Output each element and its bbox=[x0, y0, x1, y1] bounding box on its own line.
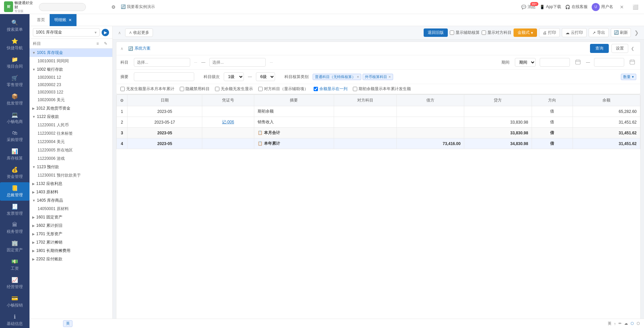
set-button[interactable]: 设置 bbox=[611, 44, 628, 53]
tree-node-1701[interactable]: ▶1701 无形资产 bbox=[30, 230, 112, 238]
tree-node-10020006[interactable]: 10020006 美元 bbox=[30, 96, 112, 104]
check-no-balance2[interactable]: 无余额无发生显示 bbox=[215, 86, 253, 92]
sidebar-item-invoice[interactable]: 🧾 发票管理 bbox=[0, 201, 30, 219]
query-button[interactable]: 查询 bbox=[590, 44, 609, 53]
collapse-icon[interactable]: ❮ bbox=[631, 46, 636, 51]
sidebar-item-tax[interactable]: 🏛 税务管理 bbox=[0, 219, 30, 237]
status-icon-1[interactable]: 英 bbox=[608, 321, 611, 326]
level-from-select[interactable]: 1级 bbox=[224, 72, 244, 81]
checkbox-counterpart[interactable] bbox=[258, 87, 263, 91]
tree-node-10010001[interactable]: 10010001 同同同 bbox=[30, 57, 112, 65]
tree-node-11220001[interactable]: 11220001 人民币 bbox=[30, 121, 112, 129]
tab-home[interactable]: 首页 bbox=[32, 14, 50, 26]
tree-node-1132[interactable]: ▶1132 应收利息 bbox=[30, 180, 112, 188]
tree-node-2202[interactable]: ▶2202 应付账款 bbox=[30, 255, 112, 263]
sidebar-item-project[interactable]: 📁 项目合同 bbox=[0, 54, 30, 72]
status-icon-2[interactable]: ↑ bbox=[614, 322, 616, 326]
checkbox-show-one-col[interactable] bbox=[314, 87, 318, 91]
sidebar-item-wholesale[interactable]: 📦 批发管理 bbox=[0, 90, 30, 109]
tree-node-10020003[interactable]: 10020003 122 bbox=[30, 88, 112, 96]
tag-close-ordinary-button[interactable]: × bbox=[357, 75, 359, 79]
status-icon-4[interactable]: ☁ bbox=[624, 321, 628, 326]
collapse-right-icon[interactable]: ❯ bbox=[633, 29, 640, 36]
sidebar-item-inventory[interactable]: 📊 库存核算 bbox=[0, 145, 30, 164]
filter-more-button[interactable]: ∧ 收起更多 bbox=[125, 28, 153, 37]
print-button[interactable]: 🖨 打印 bbox=[539, 28, 560, 37]
checkbox-show-accum[interactable] bbox=[353, 87, 357, 91]
sidebar-item-ledger[interactable]: 📒 总账管理 bbox=[0, 182, 30, 201]
tree-node-1801[interactable]: ▶1801 长期待摊费用 bbox=[30, 247, 112, 255]
tree-node-1122[interactable]: ▼1122 应收款 bbox=[30, 113, 112, 121]
show-aux-check[interactable]: 显示辅助核算 bbox=[450, 30, 480, 36]
settings-icon[interactable]: ⚙ bbox=[109, 2, 118, 12]
sidebar-item-retail[interactable]: 🛒 零售管理 bbox=[0, 72, 30, 90]
checkbox-no-balance[interactable] bbox=[120, 87, 125, 91]
check-counterpart[interactable]: 对方科目（显示辅助项） bbox=[258, 86, 308, 92]
back-to-old-button[interactable]: 退回旧版 bbox=[424, 28, 448, 37]
check-show-accum[interactable]: 期初余额显示本年累计发生额 bbox=[353, 86, 411, 92]
app-download-button[interactable]: 📱 App下载 bbox=[540, 4, 561, 10]
next-account-button[interactable]: ▶ bbox=[102, 29, 109, 36]
sidebar-item-purchase[interactable]: 🛍 采购管理 bbox=[0, 127, 30, 145]
scheme-select-btn[interactable]: 🔄 系统方案 bbox=[126, 45, 153, 52]
sidebar-item-search[interactable]: 🔍 搜索菜单 bbox=[0, 17, 30, 35]
period-type-select[interactable]: 期间 bbox=[515, 58, 536, 67]
period-start-input[interactable]: 2023-05 bbox=[540, 58, 570, 67]
status-icon-6[interactable]: ⬡ bbox=[637, 321, 640, 326]
check-show-one-col[interactable]: 余额显示在一列 bbox=[314, 86, 347, 92]
subject-to-input[interactable] bbox=[209, 58, 266, 67]
tree-node-11230001[interactable]: 11230001 预付款款美于 bbox=[30, 171, 112, 180]
tree-node-10020002[interactable]: 10020002 23 bbox=[30, 81, 112, 88]
status-icon-3[interactable]: ✏ bbox=[619, 321, 622, 326]
tree-node-1001[interactable]: ▼1001 库存现金 bbox=[30, 49, 112, 57]
tree-node-10020001[interactable]: 10020001 12 bbox=[30, 74, 112, 81]
sidebar-item-xiao-sales[interactable]: 💳 小畅报销 bbox=[0, 292, 30, 311]
sidebar-item-operations[interactable]: 📈 经营管理 bbox=[0, 274, 30, 292]
search-input[interactable] bbox=[39, 3, 86, 11]
summary-input[interactable] bbox=[134, 72, 194, 81]
tree-edit-icon[interactable]: ✎ bbox=[102, 40, 109, 47]
refresh-button[interactable]: 🔄 刷新 bbox=[611, 28, 631, 37]
lang-toggle-button[interactable]: 英 bbox=[63, 320, 72, 327]
collapse-left-icon[interactable]: ∧ bbox=[117, 30, 122, 35]
demo-link[interactable]: 🔄 我要看实例演示 bbox=[121, 4, 155, 10]
tree-node-11220002[interactable]: 11220002 往来标签 bbox=[30, 129, 112, 138]
sidebar-item-quick-nav[interactable]: ⭐ 快捷导航 bbox=[0, 35, 30, 54]
tree-node-1602[interactable]: ▶1602 累计折旧 bbox=[30, 221, 112, 230]
tab-close-icon[interactable]: ✕ bbox=[68, 18, 72, 22]
online-service-button[interactable]: 🎧 在线客服 bbox=[565, 4, 588, 10]
filter-collapse-btn[interactable]: ∧ bbox=[120, 46, 123, 51]
sidebar-item-ecommerce[interactable]: 💻 小畅电商 bbox=[0, 109, 30, 127]
tree-node-11220004[interactable]: 11220004 美元 bbox=[30, 138, 112, 146]
cloud-print-button[interactable]: ☁ 云打印 bbox=[562, 28, 587, 37]
tree-node-11220005[interactable]: 11220005 所在地区 bbox=[30, 146, 112, 154]
tree-node-1601[interactable]: ▶1601 固定资产 bbox=[30, 213, 112, 221]
show-contra-check[interactable]: 显示对方科目 bbox=[482, 30, 512, 36]
status-icon-5[interactable]: ⬡ bbox=[631, 321, 634, 326]
show-contra-checkbox[interactable] bbox=[482, 30, 486, 35]
period-end-input[interactable]: 2023-05 bbox=[594, 58, 624, 67]
export-button[interactable]: ↗ 导出 bbox=[589, 28, 609, 37]
tag-close-foreign-button[interactable]: × bbox=[388, 75, 390, 79]
tree-node-1123[interactable]: ▼1123 预付款 bbox=[30, 163, 112, 171]
check-hide-disabled[interactable]: 隐藏禁用科目 bbox=[180, 86, 210, 92]
tree-node-11220006[interactable]: 11220006 游戏 bbox=[30, 154, 112, 163]
user-button[interactable]: U 用户名 bbox=[592, 3, 613, 11]
tree-node-1002[interactable]: ▼1002 银行存款 bbox=[30, 65, 112, 74]
checkbox-no-balance2[interactable] bbox=[215, 87, 219, 91]
level-to-select[interactable]: 6级 bbox=[256, 72, 275, 81]
check-no-balance[interactable]: 无发生额显示本月本年累计 bbox=[120, 86, 174, 92]
sidebar-item-payroll[interactable]: 💵 工资 bbox=[0, 256, 30, 274]
subject-from-input[interactable] bbox=[134, 58, 190, 67]
tree-node-1702[interactable]: ▶1702 累计摊销 bbox=[30, 238, 112, 247]
sidebar-item-basic[interactable]: ℹ 基础信息 bbox=[0, 311, 30, 328]
window-close-button[interactable]: ✕ bbox=[617, 2, 627, 12]
checkbox-hide-disabled[interactable] bbox=[180, 87, 184, 91]
voucher-link[interactable]: 记-006 bbox=[222, 120, 234, 124]
account-selector[interactable]: 1001 库存现金 ▾ bbox=[33, 28, 100, 37]
message-button[interactable]: 💬 消息 99+ bbox=[521, 4, 536, 10]
tab-detail[interactable]: 明细账 ✕ bbox=[50, 14, 77, 26]
qty-tag[interactable]: 数量 ▾ bbox=[621, 74, 636, 80]
table-gear-icon[interactable]: ⚙ bbox=[120, 98, 124, 103]
tree-node-1405[interactable]: ▼1405 库存商品 bbox=[30, 196, 112, 205]
